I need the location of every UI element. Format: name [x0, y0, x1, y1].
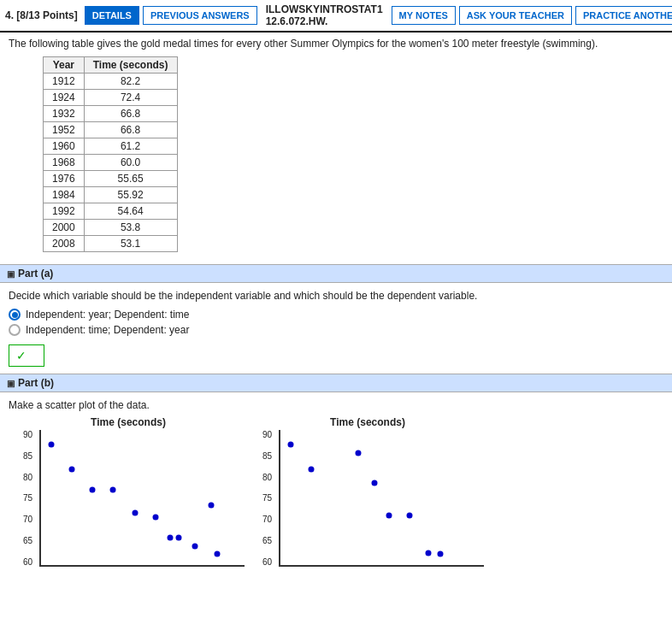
table-cell: 60.0	[84, 155, 177, 171]
table-cell: 53.8	[84, 220, 177, 236]
y-label: 60	[9, 557, 32, 567]
table-cell: 1968	[44, 155, 85, 171]
y-label: 65	[248, 536, 272, 545]
y-label: 65	[9, 536, 32, 545]
practice-another-button[interactable]: PRACTICE ANOTHER	[575, 6, 672, 25]
radio-circle-1[interactable]	[9, 324, 21, 336]
plot1-area	[39, 430, 245, 567]
table-cell: 1952	[44, 122, 85, 138]
part-b-header[interactable]: ▣ Part (b)	[0, 374, 672, 392]
table-cell: 61.2	[84, 138, 177, 155]
plot2-y-axis: 90858075706560	[248, 430, 275, 567]
table-cell: 1984	[44, 187, 85, 203]
scatter-dot	[153, 515, 159, 521]
page-header: 4. [8/13 Points] DETAILS PREVIOUS ANSWER…	[0, 0, 672, 32]
plot1: Time (seconds) 90858075706560	[9, 416, 248, 584]
table-row: 192472.4	[44, 90, 178, 106]
table-cell: 54.64	[84, 203, 177, 220]
scatter-dot	[192, 543, 198, 549]
part-a-header[interactable]: ▣ Part (a)	[0, 264, 672, 283]
table-row: 200053.8	[44, 220, 178, 236]
part-a-icon: ▣	[7, 269, 15, 279]
plot1-y-axis: 90858075706560	[9, 430, 36, 567]
table-cell: 2000	[44, 220, 85, 236]
col-header-time: Time (seconds)	[84, 57, 177, 74]
table-row: 200853.1	[44, 236, 178, 252]
check-mark: ✓	[16, 349, 27, 362]
y-label: 85	[248, 451, 272, 461]
table-row: 198455.92	[44, 187, 178, 203]
scatter-instruction: Make a scatter plot of the data.	[9, 399, 663, 411]
y-label: 90	[248, 430, 272, 439]
table-row: 195266.8	[44, 122, 178, 138]
table-cell: 82.2	[84, 74, 177, 90]
part-b-icon: ▣	[7, 379, 15, 388]
table-cell: 2008	[44, 236, 85, 252]
scatter-dot	[309, 467, 315, 473]
y-label: 75	[9, 493, 32, 503]
scatter-dot	[425, 550, 431, 556]
y-label: 80	[248, 473, 272, 482]
radio-options: Independent: year; Dependent: timeIndepe…	[9, 309, 663, 367]
scatter-dot	[288, 442, 294, 448]
scatter-dot	[356, 450, 362, 456]
table-row: 193266.8	[44, 106, 178, 122]
part-b-label: Part (b)	[18, 377, 54, 389]
data-table: Year Time (seconds) 191282.2192472.41932…	[43, 56, 178, 252]
table-cell: 1912	[44, 74, 85, 90]
plot1-title: Time (seconds)	[9, 416, 248, 428]
part-a-content: Decide which variable should be the inde…	[0, 283, 672, 374]
table-row: 197655.65	[44, 171, 178, 187]
table-row: 196860.0	[44, 155, 178, 171]
y-label: 75	[248, 493, 272, 503]
plot2-title: Time (seconds)	[248, 416, 487, 428]
table-cell: 72.4	[84, 90, 177, 106]
scatter-dot	[69, 467, 75, 473]
table-row: 191282.2	[44, 74, 178, 90]
ask-teacher-button[interactable]: ASK YOUR TEACHER	[459, 6, 572, 25]
details-button[interactable]: DETAILS	[85, 6, 139, 25]
scatter-dot	[215, 551, 221, 557]
scatter-dot	[110, 487, 116, 493]
hw-label: ILLOWSKYINTROSTAT1 12.6.072.HW.	[266, 3, 383, 27]
scatter-dot	[90, 487, 96, 493]
y-label: 85	[9, 451, 32, 461]
scatter-dot	[49, 442, 55, 448]
radio-circle-0[interactable]	[9, 309, 21, 321]
table-cell: 1992	[44, 203, 85, 220]
scatter-dot	[372, 480, 378, 486]
table-cell: 66.8	[84, 122, 177, 138]
scatter-dot	[133, 510, 139, 516]
scatter-dot	[175, 535, 181, 541]
previous-answers-button[interactable]: PREVIOUS ANSWERS	[143, 6, 257, 25]
table-cell: 1960	[44, 138, 85, 155]
y-label: 80	[9, 473, 32, 482]
table-cell: 66.8	[84, 106, 177, 122]
part-a-label: Part (a)	[18, 268, 53, 280]
table-cell: 1924	[44, 90, 85, 106]
question-label: 4. [8/13 Points]	[5, 9, 78, 21]
scatter-dot	[438, 551, 444, 557]
table-row: 196061.2	[44, 138, 178, 155]
part-a-question: Decide which variable should be the inde…	[9, 290, 663, 302]
radio-label-1: Independent: time; Dependent: year	[26, 324, 189, 336]
main-content: The following table gives the gold medal…	[0, 32, 672, 264]
answer-box: ✓	[9, 344, 44, 367]
y-label: 90	[9, 430, 32, 439]
scatter-dot	[386, 513, 392, 519]
table-cell: 55.65	[84, 171, 177, 187]
radio-label-0: Independent: year; Dependent: time	[26, 309, 189, 321]
scatter-dot	[407, 513, 413, 519]
problem-description: The following table gives the gold medal…	[9, 38, 663, 50]
plot2: Time (seconds) 90858075706560	[248, 416, 487, 584]
y-label: 60	[248, 557, 272, 567]
my-notes-button[interactable]: MY NOTES	[392, 6, 456, 25]
y-label: 70	[9, 515, 32, 524]
table-cell: 1932	[44, 106, 85, 122]
table-cell: 55.92	[84, 187, 177, 203]
col-header-year: Year	[44, 57, 85, 74]
radio-option-0[interactable]: Independent: year; Dependent: time	[9, 309, 663, 321]
y-label: 70	[248, 515, 272, 524]
table-cell: 1976	[44, 171, 85, 187]
radio-option-1[interactable]: Independent: time; Dependent: year	[9, 324, 663, 336]
